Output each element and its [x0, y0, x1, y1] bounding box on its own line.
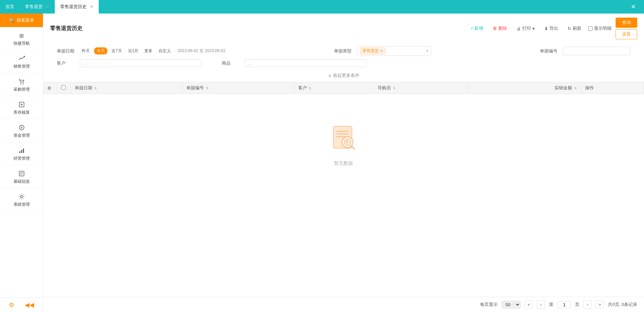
date-btn-1month[interactable]: 近1月 [126, 47, 141, 54]
basic-info-icon [18, 170, 25, 177]
col-checkbox[interactable] [57, 82, 70, 94]
date-label: 单据日期 [57, 48, 77, 54]
doc-number-input[interactable] [563, 47, 630, 55]
col-settings[interactable]: ⚙ [43, 82, 57, 94]
setting-button[interactable]: 设置 [616, 29, 637, 39]
date-btn-yesterday[interactable]: 昨天 [80, 47, 92, 54]
search-menu-button[interactable]: 🔍 搜索菜单 [0, 14, 43, 27]
col-doc-date-sort-icon: ⇅ [94, 86, 97, 90]
col-doc-number[interactable]: 单据编号 ⇅ [182, 82, 294, 94]
display-toggle-checkbox[interactable] [588, 26, 593, 31]
per-page-label: 每页显示 [480, 302, 498, 308]
sidebar-item-purchase-mgmt[interactable]: 采购管理 [0, 73, 43, 96]
col-guide-sort-icon: ⇅ [393, 86, 396, 90]
date-btn-7days[interactable]: 近7天 [110, 47, 124, 54]
query-button[interactable]: 查询 [616, 18, 637, 28]
tab-retail-return[interactable]: 零售退货 ✕ [20, 0, 55, 14]
sidebar-item-finance-mgmt[interactable]: ¥ 资金管理 [0, 119, 43, 142]
export-label: 导出 [549, 25, 558, 31]
per-page-select[interactable]: 10 20 50 100 [502, 301, 521, 309]
tab-retail-return-history-label: 零售退货历史 [60, 4, 87, 10]
sidebar-item-quick-nav-label: 快捷导航 [14, 41, 30, 46]
page-suffix: 页 [575, 302, 579, 308]
sidebar-item-operation-mgmt[interactable]: 经营管理 [0, 142, 43, 165]
doc-type-tag-label: 零售退货 [362, 48, 379, 54]
total-record-label: 共0页, 0条记录 [608, 302, 637, 308]
sidebar-item-system-mgmt[interactable]: 系统管理 [0, 188, 43, 211]
window-close-button[interactable]: ✕ [628, 2, 639, 12]
page-title-row: 零售退货历史 + 新增 🗑 删除 🖨 打印 ▾ ⬇ 导出 ↻ [50, 18, 637, 39]
data-table: ⚙ 单据日期 ⇅ 单据编号 ⇅ [43, 82, 644, 194]
doc-type-tag: 零售退货 ✕ [360, 47, 385, 54]
refresh-button[interactable]: ↻ 刷新 [565, 24, 584, 33]
sidebar-item-basic-info[interactable]: 基础信息 [0, 165, 43, 188]
sidebar-nav: ⊞ 快捷导航 销售管理 采购管理 库存核算 [0, 27, 43, 297]
sidebar-item-stock-calc-label: 库存核算 [14, 110, 30, 115]
print-button[interactable]: 🖨 打印 ▾ [514, 24, 538, 33]
table-container: ⚙ 单据日期 ⇅ 单据编号 ⇅ [43, 82, 644, 297]
tab-retail-return-label: 零售退货 [25, 4, 43, 10]
sidebar-item-sales-mgmt[interactable]: 销售管理 [0, 50, 43, 73]
sidebar-item-purchase-mgmt-label: 采购管理 [14, 87, 30, 92]
col-operation-label: 操作 [585, 85, 594, 90]
date-btn-more[interactable]: 更多 [142, 47, 154, 54]
doc-number-label: 单据编号 [540, 48, 560, 54]
page-number-input[interactable] [557, 301, 571, 308]
select-all-checkbox[interactable] [61, 85, 66, 90]
prev-page-button[interactable]: ‹ [537, 300, 545, 309]
stock-calc-icon [18, 101, 25, 108]
goods-label: 商品 [222, 60, 242, 66]
empty-text: 暂无数据 [334, 160, 353, 166]
tab-retail-return-close[interactable]: ✕ [46, 4, 49, 9]
date-btn-custom[interactable]: 自定义 [157, 47, 173, 54]
sidebar-item-stock-calc[interactable]: 库存核算 [0, 96, 43, 119]
col-doc-date[interactable]: 单据日期 ⇅ [70, 82, 182, 94]
page-label: 第 [549, 302, 553, 308]
content-area: 零售退货历史 + 新增 🗑 删除 🖨 打印 ▾ ⬇ 导出 ↻ [43, 14, 644, 312]
tab-bar: 首页 零售退货 ✕ 零售退货历史 ✕ [0, 0, 628, 14]
export-button[interactable]: ⬇ 导出 [542, 24, 561, 33]
empty-state: ? 暂无数据 [43, 94, 644, 194]
refresh-label: 刷新 [573, 25, 581, 31]
pagination-bar: 每页显示 10 20 50 100 « ‹ 第 页 › » 共0页, 0条记录 [43, 297, 644, 312]
tab-home-label: 首页 [5, 4, 14, 10]
date-btn-today[interactable]: 今天 [94, 47, 108, 54]
next-page-button[interactable]: › [583, 300, 592, 309]
collapse-up-icon: ∧ [328, 73, 332, 78]
search-menu-label: 搜索菜单 [17, 17, 34, 23]
doc-type-tag-close[interactable]: ✕ [380, 49, 383, 53]
filter-section: 单据日期 昨天 今天 近7天 近1月 更多 自定义 2023-06-02 至 2… [50, 43, 637, 67]
tab-retail-return-history-close[interactable]: ✕ [90, 4, 93, 9]
display-toggle-label: 显示明细 [594, 25, 612, 31]
new-button[interactable]: + 新增 [468, 24, 486, 33]
tab-retail-return-history[interactable]: 零售退货历史 ✕ [55, 0, 99, 14]
last-page-button[interactable]: » [596, 300, 604, 309]
col-doc-number-sort-icon: ⇅ [206, 86, 209, 90]
customer-placeholder: ... [83, 61, 87, 66]
display-toggle[interactable]: 显示明细 [588, 25, 612, 31]
svg-point-0 [24, 56, 25, 57]
col-doc-number-label: 单据编号 [186, 85, 204, 90]
sidebar-item-quick-nav[interactable]: ⊞ 快捷导航 [0, 27, 43, 50]
finance-mgmt-icon: ¥ [18, 124, 25, 131]
settings-icon: ⚙ [47, 86, 51, 91]
col-guide[interactable]: 导购员 ⇅ [374, 82, 469, 94]
goods-select[interactable]: ... [245, 59, 366, 67]
svg-point-2 [23, 84, 24, 85]
tab-home[interactable]: 首页 [0, 0, 20, 14]
col-guide-label: 导购员 [378, 85, 391, 90]
refresh-icon: ↻ [568, 26, 571, 31]
delete-button[interactable]: 🗑 删除 [490, 24, 510, 33]
sidebar-settings-icon[interactable]: ⚙ [9, 301, 14, 309]
sidebar-item-operation-mgmt-label: 经营管理 [14, 156, 30, 161]
col-actual-amount[interactable]: 实销金额 ⇅ [469, 82, 581, 94]
sidebar-audio-icon[interactable]: ◀◀ [25, 301, 34, 309]
collapse-label: 收起更多条件 [333, 72, 359, 79]
svg-point-10 [21, 196, 23, 198]
doc-type-select[interactable]: 零售退货 ✕ ▾ [357, 46, 431, 56]
first-page-button[interactable]: « [525, 300, 533, 309]
col-customer[interactable]: 客户 ⇅ [294, 82, 374, 94]
print-label: 打印 [522, 25, 531, 31]
customer-select[interactable]: ... [80, 59, 201, 67]
collapse-bar[interactable]: ∧ 收起更多条件 [50, 70, 637, 82]
